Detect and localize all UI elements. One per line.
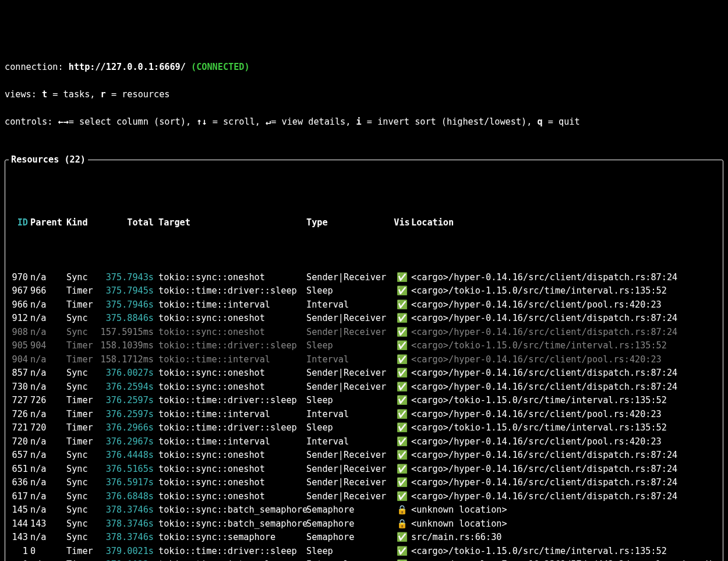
cell-kind: Sync bbox=[66, 271, 98, 285]
cell-kind: Sync bbox=[66, 366, 98, 380]
table-row[interactable]: 617n/aSync376.6848stokio::sync::oneshotS… bbox=[6, 490, 722, 504]
col-header-kind[interactable]: Kind bbox=[66, 216, 98, 230]
cell-location: <cargo>/hyper-0.14.16/src/client/pool.rs… bbox=[410, 435, 720, 449]
controls-enter-desc: = view details, bbox=[271, 117, 356, 127]
cell-total: 379.0023s bbox=[98, 558, 156, 561]
cell-parent: n/a bbox=[30, 463, 66, 477]
col-header-location[interactable]: Location bbox=[410, 216, 720, 230]
col-header-total[interactable]: Total bbox=[98, 216, 156, 230]
table-row[interactable]: 144143Sync378.3746stokio::sync::batch_se… bbox=[6, 517, 722, 531]
col-header-type[interactable]: Type bbox=[306, 216, 394, 230]
controls-key-i[interactable]: i bbox=[356, 117, 362, 127]
cell-location: <cargo>/hyper-0.14.16/src/client/dispatc… bbox=[410, 476, 720, 490]
table-row[interactable]: 970n/aSync375.7943stokio::sync::oneshotS… bbox=[6, 271, 722, 285]
controls-line: controls: ←→= select column (sort), ↑↓ =… bbox=[5, 115, 723, 129]
table-row[interactable]: 10Timer379.0021stokio::time::driver::sle… bbox=[6, 545, 722, 559]
cell-kind: Timer bbox=[66, 558, 98, 561]
col-header-target[interactable]: Target bbox=[156, 216, 306, 230]
table-row[interactable]: 908n/aSync157.5915mstokio::sync::oneshot… bbox=[6, 326, 722, 340]
cell-location: <cargo>/hyper-0.14.16/src/client/dispatc… bbox=[410, 326, 720, 340]
cell-parent: n/a bbox=[30, 435, 66, 449]
cell-parent: 966 bbox=[30, 284, 66, 298]
cell-total: 376.2597s bbox=[98, 408, 156, 422]
check-icon: ✅ bbox=[394, 366, 410, 380]
table-row[interactable]: 636n/aSync376.5917stokio::sync::oneshotS… bbox=[6, 476, 722, 490]
cell-target: tokio::sync::oneshot bbox=[156, 312, 306, 326]
cell-kind: Sync bbox=[66, 503, 98, 517]
table-row[interactable]: 857n/aSync376.0027stokio::sync::oneshotS… bbox=[6, 366, 722, 380]
cell-target: tokio::time::driver::sleep bbox=[156, 339, 306, 353]
cell-kind: Timer bbox=[66, 408, 98, 422]
cell-type: Sender|Receiver bbox=[306, 326, 394, 340]
cell-target: tokio::sync::oneshot bbox=[156, 366, 306, 380]
col-header-parent[interactable]: Parent bbox=[30, 216, 66, 230]
cell-id: 904 bbox=[8, 353, 30, 367]
cell-parent: n/a bbox=[30, 353, 66, 367]
cell-target: tokio::time::interval bbox=[156, 298, 306, 312]
table-row[interactable]: 904n/aTimer158.1712mstokio::time::interv… bbox=[6, 353, 722, 367]
cell-id: 905 bbox=[8, 339, 30, 353]
views-line: views: t = tasks, r = resources bbox=[5, 88, 723, 102]
cell-kind: Timer bbox=[66, 545, 98, 559]
table-row[interactable]: 657n/aSync376.4448stokio::sync::oneshotS… bbox=[6, 449, 722, 463]
connection-url: http://127.0.0.1:6669/ bbox=[69, 62, 186, 72]
table-row[interactable]: 727726Timer376.2597stokio::time::driver:… bbox=[6, 394, 722, 408]
cell-parent: 726 bbox=[30, 394, 66, 408]
cell-location: <cargo>/tokio-1.15.0/src/time/interval.r… bbox=[410, 339, 720, 353]
cell-id: 144 bbox=[8, 517, 30, 531]
cell-location: <cargo>/hyper-0.14.16/src/client/dispatc… bbox=[410, 271, 720, 285]
check-icon: ✅ bbox=[394, 490, 410, 504]
check-icon: ✅ bbox=[394, 339, 410, 353]
cell-target: tokio::sync::oneshot bbox=[156, 490, 306, 504]
cell-kind: Timer bbox=[66, 339, 98, 353]
cell-type: Sleep bbox=[306, 394, 394, 408]
cell-location: <cargo>/tokio-1.15.0/src/time/interval.r… bbox=[410, 394, 720, 408]
cell-location: src/main.rs:66:30 bbox=[410, 531, 720, 545]
table-row[interactable]: 145n/aSync378.3746stokio::sync::batch_se… bbox=[6, 503, 722, 517]
col-header-vis[interactable]: Vis bbox=[394, 216, 410, 230]
cell-type: Sender|Receiver bbox=[306, 449, 394, 463]
table-row[interactable]: 721720Timer376.2966stokio::time::driver:… bbox=[6, 421, 722, 435]
table-row[interactable]: 730n/aSync376.2594stokio::sync::oneshotS… bbox=[6, 380, 722, 394]
cell-location: <unknown location> bbox=[410, 503, 720, 517]
cell-target: tokio::sync::semaphore bbox=[156, 531, 306, 545]
cell-type: Interval bbox=[306, 408, 394, 422]
cell-kind: Sync bbox=[66, 517, 98, 531]
cell-parent: n/a bbox=[30, 271, 66, 285]
table-row[interactable]: 912n/aSync375.8846stokio::sync::oneshotS… bbox=[6, 312, 722, 326]
col-header-id[interactable]: ID bbox=[8, 216, 30, 230]
views-key-r[interactable]: r bbox=[101, 89, 106, 100]
table-row[interactable]: 967966Timer375.7945stokio::time::driver:… bbox=[6, 284, 722, 298]
cell-parent: n/a bbox=[30, 503, 66, 517]
table-row[interactable]: 651n/aSync376.5165stokio::sync::oneshotS… bbox=[6, 463, 722, 477]
table-body[interactable]: 970n/aSync375.7943stokio::sync::oneshotS… bbox=[6, 271, 722, 562]
cell-total: 376.2597s bbox=[98, 394, 156, 408]
table-row[interactable]: 143n/aSync378.3746stokio::sync::semaphor… bbox=[6, 531, 722, 545]
check-icon: ✅ bbox=[394, 271, 410, 285]
resources-panel: Resources (22) ID Parent Kind Total Targ… bbox=[5, 160, 723, 562]
table-row[interactable]: 0n/aTimer379.0023stokio::time::intervalI… bbox=[6, 558, 722, 561]
cell-type: Sleep bbox=[306, 421, 394, 435]
cell-total: 376.5917s bbox=[98, 476, 156, 490]
table-row[interactable]: 966n/aTimer375.7946stokio::time::interva… bbox=[6, 298, 722, 312]
check-icon: ✅ bbox=[394, 449, 410, 463]
cell-total: 375.7945s bbox=[98, 284, 156, 298]
table-row[interactable]: 720n/aTimer376.2967stokio::time::interva… bbox=[6, 435, 722, 449]
cell-type: Sender|Receiver bbox=[306, 366, 394, 380]
check-icon: ✅ bbox=[394, 312, 410, 326]
cell-parent: n/a bbox=[30, 380, 66, 394]
controls-key-q[interactable]: q bbox=[537, 117, 542, 127]
views-key-t[interactable]: t bbox=[42, 89, 47, 100]
cell-target: tokio::sync::oneshot bbox=[156, 326, 306, 340]
cell-kind: Sync bbox=[66, 490, 98, 504]
controls-enter-icon: ↵ bbox=[266, 117, 271, 127]
cell-total: 376.0027s bbox=[98, 366, 156, 380]
cell-id: 966 bbox=[8, 298, 30, 312]
table-row[interactable]: 726n/aTimer376.2597stokio::time::interva… bbox=[6, 408, 722, 422]
cell-target: tokio::time::interval bbox=[156, 435, 306, 449]
table-row[interactable]: 905904Timer158.1039mstokio::time::driver… bbox=[6, 339, 722, 353]
cell-location: <cargo>/hyper-0.14.16/src/client/dispatc… bbox=[410, 380, 720, 394]
cell-kind: Timer bbox=[66, 435, 98, 449]
connection-label: connection: bbox=[5, 62, 69, 72]
cell-target: tokio::time::interval bbox=[156, 558, 306, 561]
